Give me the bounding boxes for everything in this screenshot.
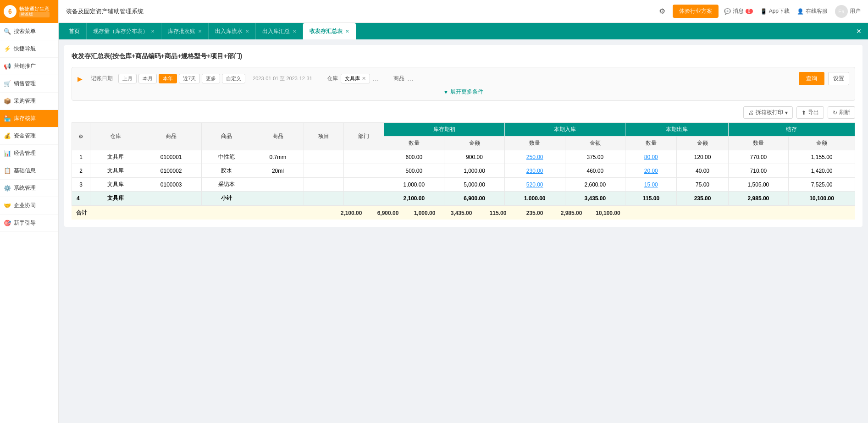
sidebar-item-corp[interactable]: 🤝企业协同 bbox=[0, 197, 58, 214]
sidebar-logo: 6 畅捷通好生意 标准版 bbox=[0, 0, 58, 23]
cell-balance-qty: 2,985.00 bbox=[728, 192, 789, 205]
operation-icon: 📊 bbox=[4, 150, 11, 157]
sidebar-item-purchase[interactable]: 📦采购管理 bbox=[0, 93, 58, 110]
cell-in-amt: 2,600.00 bbox=[565, 178, 625, 192]
warehouse-filter: 仓库 文具库 ✕ ... bbox=[327, 74, 379, 83]
tab-close-inout-summary[interactable]: ✕ bbox=[293, 29, 296, 34]
tab-close-recv-send[interactable]: ✕ bbox=[345, 29, 349, 34]
tab-close-inout-flow[interactable]: ✕ bbox=[245, 29, 249, 34]
th-warehouse: 仓库 bbox=[90, 123, 141, 150]
setting-button[interactable]: 设置 bbox=[828, 72, 849, 85]
query-button[interactable]: 查询 bbox=[799, 72, 824, 85]
sidebar-item-search[interactable]: 🔍搜索菜单 bbox=[0, 23, 58, 40]
table-row: 1 文具库 0100001 中性笔 0.7mm 600.00 900.00 25… bbox=[72, 150, 855, 164]
cell-in-qty: 1,000.00 bbox=[504, 192, 565, 205]
page-title: 收发存汇总表(按仓库+商品编码+商品+规格型号+项目+部门) bbox=[72, 52, 855, 60]
tab-label-inventory-dist: 现存量（库存分布表） bbox=[93, 27, 148, 35]
tab-batch[interactable]: 库存批次账✕ bbox=[161, 23, 209, 39]
tab-inventory-dist[interactable]: 现存量（库存分布表）✕ bbox=[87, 23, 161, 39]
th-init-qty: 数量 bbox=[384, 137, 444, 150]
table-toolbar: 🖨 拆箱板打印 ▾ ⬆ 导出 ↻ 刷新 bbox=[72, 106, 855, 119]
app-download-item[interactable]: 📱 App下载 bbox=[760, 7, 790, 15]
tab-label-batch: 库存批次账 bbox=[168, 27, 195, 35]
sidebar-label-quick-nav: 快捷导航 bbox=[14, 45, 36, 53]
corp-icon: 🤝 bbox=[4, 202, 11, 209]
goods-more-icon[interactable]: ... bbox=[407, 75, 413, 83]
goods-filter: 商品 ... bbox=[393, 75, 413, 83]
sidebar-item-operation[interactable]: 📊经营管理 bbox=[0, 145, 58, 162]
tab-inout-summary[interactable]: 出入库汇总✕ bbox=[256, 23, 303, 39]
sidebar-item-basic[interactable]: 📋基础信息 bbox=[0, 162, 58, 180]
sidebar-label-basic: 基础信息 bbox=[14, 167, 36, 175]
message-item[interactable]: 💬 消息 6 bbox=[724, 7, 753, 15]
logo-sub: 标准版 bbox=[19, 12, 50, 17]
sidebar-item-quick-nav[interactable]: ⚡快捷导航 bbox=[0, 40, 58, 58]
th-in-amt: 金额 bbox=[565, 137, 625, 150]
date-btn-自定义[interactable]: 自定义 bbox=[222, 74, 245, 83]
cell-goods-name: 胶水 bbox=[201, 164, 252, 178]
tab-inout-flow[interactable]: 出入库流水✕ bbox=[209, 23, 256, 39]
th-goods-name: 商品 bbox=[201, 123, 252, 150]
date-btn-group: 上月本月本年近7天更多自定义 bbox=[118, 74, 245, 83]
warehouse-tag[interactable]: 文具库 ✕ bbox=[341, 74, 370, 83]
date-btn-本年[interactable]: 本年 bbox=[159, 74, 177, 83]
sidebar-item-sales[interactable]: 🛒销售管理 bbox=[0, 75, 58, 93]
warehouse-tag-close-icon[interactable]: ✕ bbox=[362, 76, 366, 82]
cell-out-qty: 20.00 bbox=[625, 164, 677, 178]
cell-balance-amt: 1,420.00 bbox=[789, 164, 855, 178]
cell-out-qty: 80.00 bbox=[625, 150, 677, 164]
gear-icon[interactable]: ⚙ bbox=[659, 7, 665, 16]
sidebar-item-marketing[interactable]: 📢营销推广 bbox=[0, 58, 58, 75]
cell-num: 4 bbox=[72, 192, 90, 205]
sidebar-item-system[interactable]: ⚙️系统管理 bbox=[0, 180, 58, 197]
cell-goods-code: 0100002 bbox=[141, 164, 201, 178]
th-group-in: 本期入库 bbox=[504, 123, 625, 137]
date-btn-本月[interactable]: 本月 bbox=[138, 74, 157, 83]
sidebar-label-sales: 销售管理 bbox=[14, 80, 36, 88]
online-service-item[interactable]: 👤 在线客服 bbox=[797, 7, 828, 15]
table-row: 2 文具库 0100002 胶水 20ml 500.00 1,000.00 23… bbox=[72, 164, 855, 178]
search-icon: 🔍 bbox=[4, 28, 11, 35]
try-industry-button[interactable]: 体验行业方案 bbox=[673, 5, 719, 18]
refresh-button[interactable]: ↻ 刷新 bbox=[828, 106, 855, 119]
sidebar-item-guide[interactable]: 🎯新手引导 bbox=[0, 214, 58, 232]
th-project: 项目 bbox=[304, 123, 344, 150]
message-icon: 💬 bbox=[724, 8, 731, 15]
print-button[interactable]: 🖨 拆箱板打印 ▾ bbox=[743, 106, 793, 119]
data-table: ⚙ 仓库 商品 商品 商品 项目 部门 库存期初 本期入库 本期出库 结存 bbox=[72, 122, 855, 205]
th-balance-amt: 金额 bbox=[789, 137, 855, 150]
date-btn-近7天[interactable]: 近7天 bbox=[179, 74, 200, 83]
date-btn-上月[interactable]: 上月 bbox=[118, 74, 137, 83]
avatar: Ea bbox=[835, 5, 848, 18]
basic-icon: 📋 bbox=[4, 167, 11, 175]
logo-title: 畅捷通好生意 bbox=[19, 5, 50, 12]
sidebar-item-inventory[interactable]: 🏪库存核算 bbox=[0, 110, 58, 127]
cell-in-qty: 230.00 bbox=[504, 164, 565, 178]
sidebar-item-finance[interactable]: 💰资金管理 bbox=[0, 127, 58, 145]
user-item[interactable]: Ea 用户 bbox=[835, 5, 861, 18]
filter-collapse-icon[interactable]: ▶ bbox=[77, 75, 83, 82]
cell-department bbox=[344, 150, 384, 164]
tab-label-inout-flow: 出入库流水 bbox=[215, 27, 243, 35]
tab-close-inventory-dist[interactable]: ✕ bbox=[151, 29, 155, 34]
cell-goods-name: 中性笔 bbox=[201, 150, 252, 164]
cell-out-amt: 120.00 bbox=[677, 150, 728, 164]
tab-recv-send[interactable]: 收发存汇总表✕ bbox=[303, 23, 356, 39]
tabbar-close-icon[interactable]: ✕ bbox=[853, 27, 864, 35]
table-footer: 合计 2,100.00 6,900.00 1,000.00 3,435.00 1… bbox=[72, 205, 855, 220]
tab-home[interactable]: 首页 bbox=[62, 23, 87, 39]
filter-row: ▶ 记账日期 上月本月本年近7天更多自定义 2023-01-01 至 2023-… bbox=[77, 72, 849, 85]
warehouse-label: 仓库 bbox=[327, 75, 338, 82]
cell-num: 3 bbox=[72, 178, 90, 192]
warehouse-more-icon[interactable]: ... bbox=[373, 75, 379, 83]
tab-close-batch[interactable]: ✕ bbox=[198, 29, 202, 34]
tab-label-recv-send: 收发存汇总表 bbox=[310, 27, 343, 35]
th-out-qty: 数量 bbox=[625, 137, 677, 150]
expand-conditions-button[interactable]: ▼ 展开更多条件 bbox=[443, 88, 484, 96]
export-button[interactable]: ⬆ 导出 bbox=[796, 106, 824, 119]
footer-balance-qty: 2,985.00 bbox=[553, 210, 590, 216]
cell-balance-qty: 770.00 bbox=[728, 150, 789, 164]
sidebar-label-purchase: 采购管理 bbox=[14, 97, 36, 105]
date-btn-更多[interactable]: 更多 bbox=[202, 74, 220, 83]
sidebar-label-inventory: 库存核算 bbox=[14, 115, 36, 122]
